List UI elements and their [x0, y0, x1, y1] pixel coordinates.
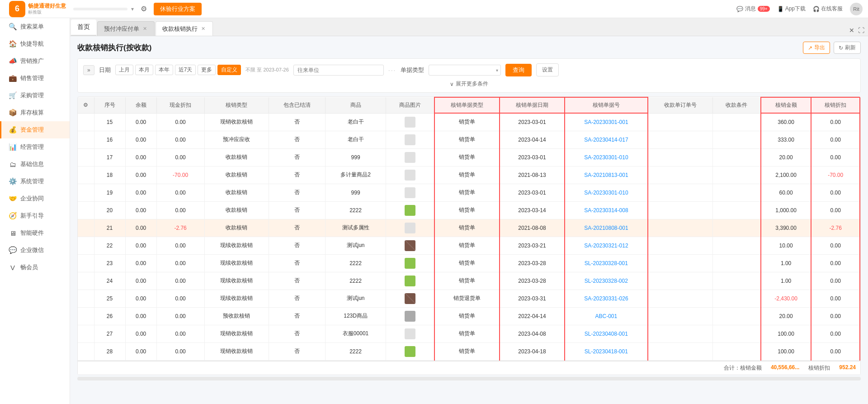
bill-no-link[interactable]: SA-20230331-026	[584, 295, 628, 302]
sidebar-item-marketing[interactable]: 📣营销推广	[0, 52, 70, 70]
date-buttons: 上月 本月 本年 近7天 更多 自定义	[115, 65, 241, 75]
maximize-icon[interactable]: ⛶	[858, 27, 864, 34]
message-area[interactable]: 💬 消息 99+	[736, 5, 770, 13]
col-product-img-cell	[386, 184, 434, 201]
col-bill-no-cell[interactable]: SA-20230414-017	[565, 131, 647, 148]
bill-no-link[interactable]: SL-20230328-002	[585, 278, 628, 284]
app-download-button[interactable]: 📱 App下载	[777, 5, 806, 13]
col-no-cell: 19	[94, 184, 125, 201]
col-writeoff-type-cell: 现续收款核销	[204, 272, 269, 290]
sidebar-label-finance: 资金管理	[20, 126, 44, 134]
col-bill-type-cell: 销货单	[434, 201, 500, 219]
sidebar-item-search[interactable]: 🔍搜索菜单	[0, 18, 70, 35]
bill-no-link[interactable]: SA-20210813-001	[584, 172, 628, 178]
col-bill-no-cell[interactable]: SA-20210813-001	[565, 166, 647, 184]
sidebar-item-hardware[interactable]: 🖥智能硬件	[0, 224, 70, 242]
bill-no-link[interactable]: SA-20210808-001	[584, 225, 628, 231]
bill-no-link[interactable]: SL-20230408-001	[585, 331, 628, 337]
col-discount-cell: 0.00	[811, 237, 860, 254]
col-bill-no-cell[interactable]: SA-20210808-001	[565, 219, 647, 237]
receipt-type-select[interactable]	[429, 65, 501, 76]
col-amount-cell: 1,000.00	[761, 201, 811, 219]
refresh-button[interactable]: ↻ 刷新	[834, 42, 861, 54]
sidebar-item-quicknav[interactable]: 🏠快捷导航	[0, 35, 70, 52]
bill-no-link[interactable]: SA-20230321-012	[584, 242, 628, 249]
tab-home[interactable]: 首页	[71, 19, 96, 36]
bill-no-link[interactable]: SA-20230301-001	[584, 119, 628, 125]
this-month-btn[interactable]: 本月	[135, 65, 153, 75]
bill-no-link[interactable]: SA-20230301-010	[584, 190, 628, 196]
col-product-img-cell	[386, 272, 434, 290]
last-month-btn[interactable]: 上月	[115, 65, 133, 75]
last-7-days-btn[interactable]: 近7天	[175, 65, 196, 75]
col-bill-no-cell[interactable]: SA-20230301-010	[565, 148, 647, 166]
col-bill-no-cell[interactable]: SL-20230418-001	[565, 342, 647, 360]
sidebar-item-operations[interactable]: 📊经营管理	[0, 138, 70, 156]
online-service-button[interactable]: 🎧 在线客服	[813, 5, 843, 13]
tab-writeoff-close[interactable]: ✕	[200, 25, 206, 32]
col-bill-no-cell[interactable]: ABC-001	[565, 307, 647, 325]
col-bill-type-cell: 销货单	[434, 254, 500, 272]
bill-no-link[interactable]: SA-20230314-008	[584, 207, 628, 214]
col-settings-cell	[78, 325, 94, 342]
query-button[interactable]: 查询	[505, 64, 532, 76]
bill-no-link[interactable]: SA-20230414-017	[584, 137, 628, 143]
tab-bar: 首页 预付冲应付单 ✕ 收款核销执行 ✕ ✕ ⛶	[70, 18, 868, 36]
sidebar-item-finance[interactable]: 💰资金管理	[0, 121, 70, 138]
col-cash-discount-cell: 0.00	[156, 290, 204, 307]
sidebar-item-vip[interactable]: V畅会员	[0, 259, 70, 276]
bill-no-link[interactable]: SL-20230328-001	[585, 260, 628, 266]
sidebar-item-collab[interactable]: 🤝企业协同	[0, 190, 70, 207]
column-settings-icon[interactable]: ⚙	[83, 102, 88, 108]
expand-button[interactable]: »	[83, 65, 94, 75]
footer-discount-label: 核销折扣	[808, 364, 830, 372]
sidebar-item-wechat[interactable]: 💬企业微信	[0, 242, 70, 259]
sidebar-item-newbie[interactable]: 🧭新手引导	[0, 207, 70, 224]
tab-prepay-close[interactable]: ✕	[142, 25, 148, 32]
more-date-btn[interactable]: 更多	[198, 65, 216, 75]
col-bill-no-cell[interactable]: SA-20230301-010	[565, 184, 647, 201]
page-header: 收款核销执行(按收款) ↗ 导出 ↻ 刷新	[77, 42, 861, 54]
col-settings-cell	[78, 272, 94, 290]
close-window-icon[interactable]: ✕	[849, 27, 854, 34]
sidebar-item-basic[interactable]: 🗂基础信息	[0, 156, 70, 173]
col-product-cell: 老白干	[325, 113, 386, 131]
data-table: ⚙ 序号 余额 现金折扣 核销类型 包含已结清 商品 商品图片 核销单据类型	[78, 97, 860, 361]
col-bill-no-cell[interactable]: SA-20230314-008	[565, 201, 647, 219]
col-bill-no-cell[interactable]: SA-20230331-026	[565, 290, 647, 307]
col-discount-cell: 0.00	[811, 307, 860, 325]
export-button[interactable]: ↗ 导出	[803, 42, 830, 54]
col-included-cell: 否	[269, 290, 325, 307]
industry-solution-button[interactable]: 休验行业方案	[154, 3, 202, 15]
company-selector[interactable]	[73, 8, 127, 10]
avatar[interactable]: Rit	[850, 3, 863, 15]
col-settings-header[interactable]: ⚙	[78, 97, 94, 113]
bill-no-link[interactable]: SA-20230301-010	[584, 154, 628, 161]
sidebar-item-system[interactable]: ⚙️系统管理	[0, 173, 70, 190]
col-bill-no-cell[interactable]: SA-20230301-001	[565, 113, 647, 131]
bill-no-link[interactable]: ABC-001	[595, 313, 618, 319]
settings-gear-button[interactable]: ⚙	[137, 3, 150, 15]
col-bill-no-cell[interactable]: SL-20230328-001	[565, 254, 647, 272]
bill-no-link[interactable]: SL-20230418-001	[585, 348, 628, 355]
product-image	[405, 328, 415, 339]
tab-writeoff[interactable]: 收款核销执行 ✕	[156, 21, 213, 36]
this-year-btn[interactable]: 本年	[155, 65, 173, 75]
col-writeoff-type-cell: 现续收款核销	[204, 254, 269, 272]
col-bill-no-cell[interactable]: SL-20230328-002	[565, 272, 647, 290]
custom-date-btn[interactable]: 自定义	[217, 65, 241, 75]
setting-button[interactable]: 设置	[536, 63, 559, 76]
col-bill-type-cell: 销货单	[434, 272, 500, 290]
tab-prepay[interactable]: 预付冲应付单 ✕	[97, 21, 155, 36]
col-bill-no-cell[interactable]: SL-20230408-001	[565, 325, 647, 342]
sidebar-item-inventory[interactable]: 📦库存核算	[0, 104, 70, 121]
sidebar-item-sales[interactable]: 💼销售管理	[0, 70, 70, 87]
from-unit-input[interactable]	[293, 65, 384, 76]
expand-more-row[interactable]: ∨ 展开更多条件	[83, 80, 855, 88]
scroll-bar[interactable]	[77, 377, 861, 380]
chevron-down-icon[interactable]: ▾	[131, 6, 134, 12]
col-included-cell: 否	[269, 254, 325, 272]
col-bill-no-cell[interactable]: SA-20230321-012	[565, 237, 647, 254]
col-bill-date-cell: 2023-03-14	[500, 201, 565, 219]
sidebar-item-purchase[interactable]: 🛒采购管理	[0, 87, 70, 104]
